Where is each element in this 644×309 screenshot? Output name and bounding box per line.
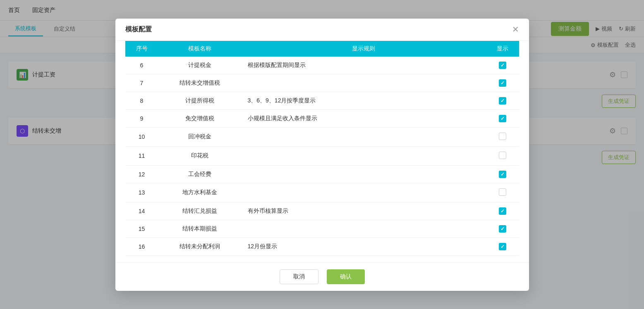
table-header-row: 序号 模板名称 显示规则 显示 bbox=[125, 41, 519, 57]
cell-display bbox=[486, 146, 519, 165]
cell-rule bbox=[241, 220, 486, 238]
cell-index: 12 bbox=[125, 165, 158, 183]
cell-index: 9 bbox=[125, 109, 158, 127]
checkbox-row-10[interactable] bbox=[499, 133, 506, 140]
col-name: 模板名称 bbox=[158, 41, 241, 57]
table-row: 6计提税金根据模版配置期间显示 bbox=[125, 57, 519, 74]
cell-display bbox=[486, 109, 519, 127]
checkbox-row-7[interactable] bbox=[499, 79, 506, 87]
cell-index: 14 bbox=[125, 202, 158, 220]
cell-name: 免交增值税 bbox=[158, 109, 241, 127]
table-row: 11印花税 bbox=[125, 146, 519, 165]
checkbox-row-12[interactable] bbox=[499, 171, 506, 178]
cell-index: 16 bbox=[125, 238, 158, 255]
cell-rule bbox=[241, 146, 486, 165]
cell-index: 10 bbox=[125, 127, 158, 146]
cell-name: 回冲税金 bbox=[158, 127, 241, 146]
cell-display bbox=[486, 165, 519, 183]
checkbox-row-14[interactable] bbox=[499, 207, 506, 215]
table-row: 10回冲税金 bbox=[125, 127, 519, 146]
checkbox-row-11[interactable] bbox=[499, 152, 506, 159]
cell-display bbox=[486, 127, 519, 146]
cell-name: 计提税金 bbox=[158, 57, 241, 74]
cell-name: 结转未分配利润 bbox=[158, 238, 241, 255]
cell-index: 15 bbox=[125, 220, 158, 238]
cell-name: 结转未交增值税 bbox=[158, 74, 241, 92]
config-table: 序号 模板名称 显示规则 显示 6计提税金根据模版配置期间显示7结转未交增值税8… bbox=[125, 41, 519, 256]
col-display: 显示 bbox=[486, 41, 519, 57]
cell-index: 13 bbox=[125, 183, 158, 202]
col-index: 序号 bbox=[125, 41, 158, 57]
modal-title: 模板配置 bbox=[125, 25, 152, 34]
modal-overlay: 模板配置 ✕ 序号 模板名称 显示规则 显示 6计提税金根据模版配置期间显 bbox=[0, 0, 644, 309]
modal-close-button[interactable]: ✕ bbox=[512, 25, 519, 33]
cell-rule bbox=[241, 74, 486, 92]
table-row: 8计提所得税3、6、9、12月按季度显示 bbox=[125, 92, 519, 109]
checkbox-row-13[interactable] bbox=[499, 188, 506, 196]
cell-display bbox=[486, 74, 519, 92]
table-row: 12工会经费 bbox=[125, 165, 519, 183]
cell-rule: 3、6、9、12月按季度显示 bbox=[241, 92, 486, 109]
cell-name: 结转汇兑损益 bbox=[158, 202, 241, 220]
modal-header: 模板配置 ✕ bbox=[115, 19, 529, 41]
cell-rule bbox=[241, 183, 486, 202]
cell-name: 印花税 bbox=[158, 146, 241, 165]
cell-display bbox=[486, 57, 519, 74]
template-config-modal: 模板配置 ✕ 序号 模板名称 显示规则 显示 6计提税金根据模版配置期间显 bbox=[115, 19, 529, 291]
table-row: 9免交增值税小规模且满足收入条件显示 bbox=[125, 109, 519, 127]
cell-rule bbox=[241, 127, 486, 146]
table-row: 15结转本期损益 bbox=[125, 220, 519, 238]
cell-index: 8 bbox=[125, 92, 158, 109]
cell-rule: 12月份显示 bbox=[241, 238, 486, 255]
col-rule: 显示规则 bbox=[241, 41, 486, 57]
cell-rule bbox=[241, 165, 486, 183]
modal-body: 序号 模板名称 显示规则 显示 6计提税金根据模版配置期间显示7结转未交增值税8… bbox=[115, 41, 529, 262]
cell-name: 工会经费 bbox=[158, 165, 241, 183]
checkbox-row-6[interactable] bbox=[499, 62, 506, 69]
cell-index: 6 bbox=[125, 57, 158, 74]
table-scroll-container[interactable]: 序号 模板名称 显示规则 显示 6计提税金根据模版配置期间显示7结转未交增值税8… bbox=[125, 41, 519, 256]
checkbox-row-15[interactable] bbox=[499, 225, 506, 233]
cell-display bbox=[486, 202, 519, 220]
table-row: 14结转汇兑损益有外币核算显示 bbox=[125, 202, 519, 220]
table-row: 16结转未分配利润12月份显示 bbox=[125, 238, 519, 255]
cancel-button[interactable]: 取消 bbox=[280, 269, 318, 284]
checkbox-row-16[interactable] bbox=[499, 243, 506, 250]
checkbox-row-9[interactable] bbox=[499, 115, 506, 122]
cell-name: 计提所得税 bbox=[158, 92, 241, 109]
table-row: 7结转未交增值税 bbox=[125, 74, 519, 92]
cell-index: 7 bbox=[125, 74, 158, 92]
table-row: 13地方水利基金 bbox=[125, 183, 519, 202]
cell-name: 结转本期损益 bbox=[158, 220, 241, 238]
cell-display bbox=[486, 220, 519, 238]
confirm-button[interactable]: 确认 bbox=[327, 269, 365, 284]
modal-footer: 取消 确认 bbox=[115, 262, 529, 291]
cell-rule: 小规模且满足收入条件显示 bbox=[241, 109, 486, 127]
checkbox-row-8[interactable] bbox=[499, 97, 506, 105]
cell-name: 地方水利基金 bbox=[158, 183, 241, 202]
cell-display bbox=[486, 92, 519, 109]
cell-display bbox=[486, 183, 519, 202]
cell-rule: 根据模版配置期间显示 bbox=[241, 57, 486, 74]
cell-rule: 有外币核算显示 bbox=[241, 202, 486, 220]
cell-index: 11 bbox=[125, 146, 158, 165]
cell-display bbox=[486, 238, 519, 255]
